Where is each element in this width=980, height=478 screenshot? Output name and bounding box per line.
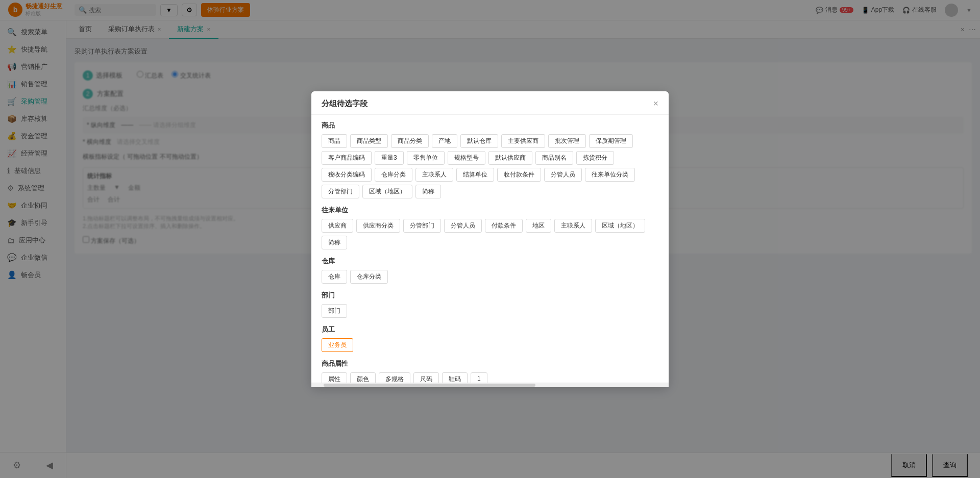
field-tag[interactable]: 产地	[432, 134, 457, 148]
field-tag[interactable]: 税收分类编码	[322, 168, 372, 182]
section-employee: 员工 业务员	[322, 325, 658, 352]
field-tag[interactable]: 商品别名	[535, 151, 573, 165]
field-tag[interactable]: 部门	[322, 304, 347, 318]
field-tag[interactable]: 主联系人	[415, 168, 453, 182]
horizontal-scroll-thumb	[324, 384, 535, 387]
modal-horizontal-scrollbar[interactable]	[311, 383, 669, 387]
field-tag[interactable]: 业务员	[322, 338, 353, 352]
section-warehouse-title: 仓库	[322, 257, 658, 266]
field-tag[interactable]: 供应商	[322, 219, 353, 233]
section-department-title: 部门	[322, 291, 658, 300]
section-product-attr: 商品属性 属性 颜色 多规格 尺码 鞋码 1	[322, 359, 658, 383]
field-tag[interactable]: 零售单位	[407, 151, 445, 165]
field-tag[interactable]: 保质期管理	[589, 134, 633, 148]
section-partners: 往来单位 供应商 供应商分类 分管部门 分管人员 付款条件 地区 主联系人 区域…	[322, 206, 658, 249]
field-tag[interactable]: 简称	[415, 185, 441, 198]
field-tag[interactable]: 付款条件	[485, 219, 523, 233]
section-products-title: 商品	[322, 121, 658, 130]
field-tag[interactable]: 拣货积分	[576, 151, 614, 165]
field-tag[interactable]: 多规格	[379, 372, 410, 383]
section-products-fields: 商品 商品类型 商品分类 产地 默认仓库 主要供应商 批次管理 保质期管理 客户…	[322, 134, 658, 198]
field-tag[interactable]: 属性	[322, 372, 347, 383]
field-tag[interactable]: 客户商品编码	[322, 151, 372, 165]
field-tag[interactable]: 收付款条件	[497, 168, 541, 182]
field-tag[interactable]: 仓库分类	[350, 270, 388, 284]
section-product-attr-title: 商品属性	[322, 359, 658, 368]
modal-body: 商品 商品 商品类型 商品分类 产地 默认仓库 主要供应商 批次管理 保质期管理…	[311, 115, 669, 383]
field-tag[interactable]: 1	[471, 372, 487, 383]
section-partners-title: 往来单位	[322, 206, 658, 215]
field-tag[interactable]: 商品	[322, 134, 347, 148]
field-tag[interactable]: 分管人员	[444, 219, 482, 233]
field-tag[interactable]: 默认仓库	[460, 134, 498, 148]
field-tag[interactable]: 主联系人	[554, 219, 592, 233]
field-tag[interactable]: 主要供应商	[501, 134, 545, 148]
field-tag[interactable]: 结算单位	[456, 168, 494, 182]
field-tag[interactable]: 分管部门	[403, 219, 441, 233]
field-tag[interactable]: 商品类型	[350, 134, 388, 148]
field-tag[interactable]: 批次管理	[548, 134, 586, 148]
section-product-attr-fields: 属性 颜色 多规格 尺码 鞋码 1	[322, 372, 658, 383]
modal-overlay: 分组待选字段 × 商品 商品 商品类型 商品分类 产地 默认仓库 主要供应商 批…	[0, 0, 980, 478]
modal-header: 分组待选字段 ×	[311, 91, 669, 115]
field-tag[interactable]: 鞋码	[442, 372, 468, 383]
field-tag[interactable]: 供应商分类	[356, 219, 400, 233]
section-department: 部门 部门	[322, 291, 658, 318]
field-tag[interactable]: 默认供应商	[488, 151, 532, 165]
modal-close-button[interactable]: ×	[653, 98, 658, 109]
section-warehouse: 仓库 仓库 仓库分类	[322, 257, 658, 284]
field-tag[interactable]: 尺码	[413, 372, 439, 383]
field-tag[interactable]: 重量3	[375, 151, 404, 165]
field-tag[interactable]: 仓库分类	[375, 168, 412, 182]
field-tag[interactable]: 区域（地区）	[362, 185, 412, 198]
field-tag[interactable]: 往来单位分类	[585, 168, 635, 182]
field-tag[interactable]: 简称	[322, 236, 347, 249]
section-department-fields: 部门	[322, 304, 658, 318]
modal-title: 分组待选字段	[322, 99, 368, 109]
field-tag[interactable]: 分管人员	[544, 168, 582, 182]
field-tag[interactable]: 区域（地区）	[595, 219, 645, 233]
field-tag[interactable]: 颜色	[350, 372, 376, 383]
section-warehouse-fields: 仓库 仓库分类	[322, 270, 658, 284]
field-tag[interactable]: 仓库	[322, 270, 347, 284]
field-tag[interactable]: 分管部门	[322, 185, 359, 198]
field-tag[interactable]: 商品分类	[391, 134, 429, 148]
field-tag[interactable]: 规格型号	[448, 151, 485, 165]
modal-dialog: 分组待选字段 × 商品 商品 商品类型 商品分类 产地 默认仓库 主要供应商 批…	[311, 91, 669, 387]
section-employee-title: 员工	[322, 325, 658, 334]
section-employee-fields: 业务员	[322, 338, 658, 352]
field-tag[interactable]: 地区	[526, 219, 551, 233]
section-partners-fields: 供应商 供应商分类 分管部门 分管人员 付款条件 地区 主联系人 区域（地区） …	[322, 219, 658, 249]
section-products: 商品 商品 商品类型 商品分类 产地 默认仓库 主要供应商 批次管理 保质期管理…	[322, 121, 658, 198]
